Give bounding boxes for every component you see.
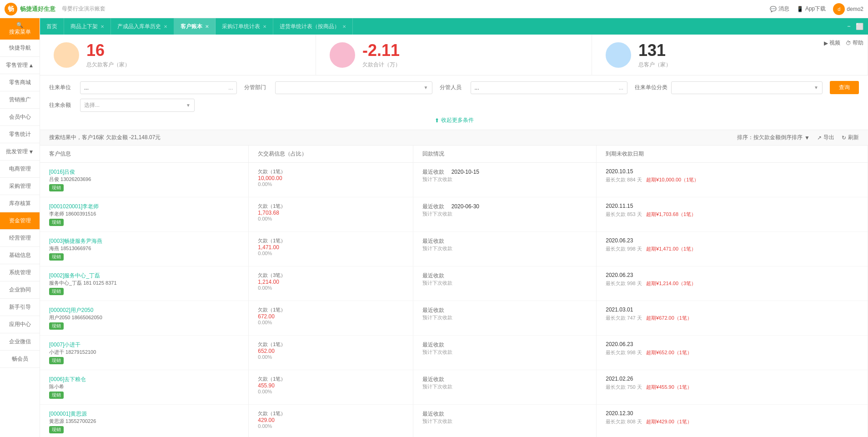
sidebar-item-basic-info[interactable]: 基础信息: [0, 247, 40, 264]
sidebar-item-member[interactable]: 会员中心: [0, 109, 40, 126]
tab-close-icon[interactable]: ✕: [263, 24, 266, 29]
due-date-cell: 2021.02.26 最长欠款 750 天 超期¥455.90（1笔）: [597, 370, 868, 405]
tab-close-icon[interactable]: ✕: [100, 24, 104, 29]
stats-row: ¥ 16 总欠款客户（家） -2.11 欠款合计（万）: [40, 35, 868, 75]
export-button[interactable]: ↗ 导出: [817, 134, 834, 141]
due-date: 2020.06.23: [606, 272, 858, 278]
stat-number-debt-customers: 16: [86, 41, 130, 60]
help-icon: ⏱: [846, 40, 851, 46]
filter-input-balance[interactable]: 选择... ▼: [80, 99, 195, 112]
tab-customer-account[interactable]: 客户账本 ✕: [174, 18, 216, 35]
customer-name[interactable]: 服务中心_丁磊: [64, 272, 100, 279]
customer-name[interactable]: 用户2050: [70, 307, 94, 313]
stat-icon-money: ¥: [54, 42, 79, 68]
sidebar-item-purchase[interactable]: 采购管理: [0, 178, 40, 195]
next-payment-label: 预计下次收款: [422, 176, 587, 183]
sidebar-item-apps[interactable]: 应用中心: [0, 316, 40, 333]
sidebar-item-ecommerce[interactable]: 电商管理: [0, 161, 40, 178]
due-date: 2021.02.26: [606, 376, 858, 382]
sidebar-item-vip[interactable]: 畅会员: [0, 351, 40, 368]
sidebar-item-retail-stats[interactable]: 零售统计: [0, 126, 40, 143]
recent-payment-label: 最近收款: [422, 410, 444, 418]
sidebar-item-marketing[interactable]: 营销推广: [0, 91, 40, 109]
overdue-amount[interactable]: 超期¥1,703.68（1笔）: [646, 211, 696, 217]
overdue-amount[interactable]: 超期¥10,000.00（1笔）: [646, 177, 699, 182]
filter-input-from-unit[interactable]: ...: [80, 81, 237, 94]
user-area[interactable]: d demo2: [833, 3, 863, 15]
customer-tag: 现销: [49, 219, 64, 226]
help-btn[interactable]: ⏱ 帮助: [846, 39, 863, 47]
filter-input-person[interactable]: ...: [471, 81, 627, 94]
filter-input-dept[interactable]: ▼: [275, 81, 432, 94]
customer-name[interactable]: 李老师: [82, 203, 99, 210]
svg-rect-4: [615, 54, 617, 58]
sidebar-item-wechat[interactable]: 企业微信: [0, 333, 40, 351]
overdue-amount[interactable]: 超期¥1,214.00（3笔）: [646, 281, 696, 286]
minimize-icon[interactable]: －: [846, 22, 852, 30]
tab-home[interactable]: 首页: [40, 18, 64, 35]
overdue-amount[interactable]: 超期¥429.00（1笔）: [646, 419, 692, 424]
search-button[interactable]: 查询: [830, 81, 859, 94]
filter-row-2: 往来余额 选择... ▼: [49, 99, 859, 112]
app-download-btn[interactable]: 📱 App下载: [797, 5, 826, 13]
customer-name[interactable]: 吕俊: [64, 169, 75, 175]
stat-top-right: ▶ 视频 ⏱ 帮助: [824, 39, 863, 47]
due-date: 2020.11.15: [606, 203, 858, 209]
customer-name[interactable]: 畅捷服务尹海燕: [64, 238, 102, 244]
overdue-amount[interactable]: 超期¥1,471.00（1笔）: [646, 246, 696, 251]
chevron-down-icon: ▼: [424, 85, 428, 90]
tab-close-icon[interactable]: ✕: [342, 24, 346, 29]
sidebar-item-stock[interactable]: 库存核算: [0, 195, 40, 212]
sidebar-item-batch-manage[interactable]: 批发管理 ▼: [0, 143, 40, 161]
tab-purchase-order[interactable]: 采购订单统计表 ✕: [216, 18, 273, 35]
overdue-amount[interactable]: 超期¥672.00（1笔）: [646, 315, 692, 321]
sidebar-item-operation[interactable]: 经营管理: [0, 230, 40, 247]
tab-product-shelf[interactable]: 商品上下架 ✕: [64, 18, 111, 35]
sidebar-item-retail-manage[interactable]: 零售管理 ▲: [0, 57, 40, 74]
collapse-button[interactable]: ⬆ 收起更多条件: [49, 116, 859, 124]
tab-product-history[interactable]: 产成品入库单历史 ✕: [111, 18, 174, 35]
message-btn[interactable]: 💬 消息: [770, 5, 789, 13]
message-icon: 💬: [770, 6, 777, 12]
filter-input-unit-type[interactable]: ▼: [671, 81, 823, 94]
overdue-amount[interactable]: 超期¥455.90（1笔）: [646, 384, 692, 390]
customer-name[interactable]: 小进干: [64, 342, 80, 348]
table-row: [0006]去下粮仓 陈小希 现销 欠款（1笔） 455.90 0.00% 最近…: [40, 370, 868, 405]
customer-name[interactable]: 去下粮仓: [64, 376, 86, 382]
payment-row: 最近收款: [422, 341, 587, 349]
tab-close-icon[interactable]: ✕: [205, 24, 209, 29]
sidebar-item-quick-nav[interactable]: 快捷导航: [0, 40, 40, 57]
stat-card-debt-customers: ¥ 16 总欠款客户（家）: [40, 35, 316, 75]
video-btn[interactable]: ▶ 视频: [824, 39, 840, 47]
debt-info-cell: 欠款（1笔） 1,703.68 0.00%: [249, 197, 413, 232]
debt-label: 欠款（1笔）: [258, 237, 403, 244]
tab-stock-stats[interactable]: 进货单统计表（按商品） ✕: [273, 18, 353, 35]
phone-icon: 📱: [797, 6, 803, 12]
debt-amount: 1,703.68: [258, 210, 403, 216]
refresh-button[interactable]: ↻ 刷新: [842, 134, 859, 141]
sidebar: 🔍 搜索菜单 快捷导航 零售管理 ▲ 零售商城 营销推广 会员中心 零售统计: [0, 18, 40, 437]
tab-bar-actions: － ⬜: [841, 22, 868, 30]
overdue-days: 最长欠款 998 天: [606, 281, 642, 286]
svg-marker-2: [337, 49, 348, 61]
sidebar-item-finance[interactable]: 资金管理: [0, 212, 40, 230]
overdue-amount[interactable]: 超期¥652.00（1笔）: [646, 350, 692, 355]
sidebar-item-system[interactable]: 系统管理: [0, 264, 40, 281]
due-date: 2020.12.30: [606, 410, 858, 417]
customer-id: [0007]: [49, 342, 64, 348]
customer-name[interactable]: 黄思源: [70, 411, 87, 417]
sidebar-search[interactable]: 🔍 搜索菜单: [0, 18, 40, 40]
table-row: [0016]吕俊 吕俊 13026203696 现销 欠款（1笔） 10,000…: [40, 163, 868, 197]
system-name: 母婴行业演示账套: [62, 5, 105, 13]
maximize-icon[interactable]: ⬜: [856, 23, 863, 30]
sidebar-item-guide[interactable]: 新手引导: [0, 299, 40, 316]
customer-tag: 现销: [49, 288, 64, 295]
next-payment-label: 预计下次收款: [422, 280, 587, 286]
debt-label: 欠款（1笔）: [258, 341, 403, 348]
top-bar-right: 💬 消息 📱 App下载 d demo2: [770, 3, 863, 15]
stat-label-total-customers: 总客户（家）: [638, 61, 671, 69]
sidebar-item-retail-mall[interactable]: 零售商城: [0, 74, 40, 91]
tab-close-icon[interactable]: ✕: [164, 24, 167, 29]
table-row: [0003]畅捷服务尹海燕 海燕 18513066976 现销 欠款（1笔） 1…: [40, 232, 868, 266]
sidebar-item-enterprise[interactable]: 企业协同: [0, 281, 40, 299]
